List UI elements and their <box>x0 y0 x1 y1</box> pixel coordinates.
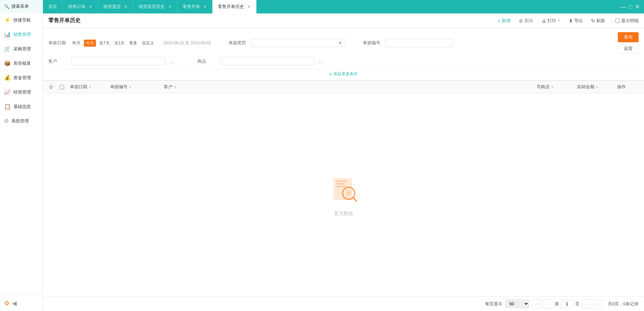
tab-retail-open-history-close[interactable]: ✕ <box>247 4 251 9</box>
col-date-header[interactable]: 单据日期 ⇅ <box>67 84 107 90</box>
print-icon: 🖨 <box>541 18 546 23</box>
select-all-input[interactable] <box>60 85 64 89</box>
tab-sales-return-history-label: 销货退货历史 <box>139 4 165 10</box>
show-detail-checkbox[interactable]: 显示明细 <box>615 18 639 24</box>
tab-bar-right: — □ ✕ <box>620 3 644 10</box>
export-label: 导出 <box>574 18 583 24</box>
window-maximize-button[interactable]: □ <box>629 3 632 10</box>
tab-sales-return-label: 销货退货 <box>103 4 121 10</box>
quick-nav-icon: ⚡ <box>4 17 11 23</box>
sidebar-item-label: 资金管理 <box>13 75 31 81</box>
customer-dots-button[interactable]: ... <box>169 59 173 64</box>
tab-retail-open-label: 零售开单 <box>183 4 200 10</box>
doc-type-filter-label: 单据类型 <box>229 40 249 46</box>
prev-page-button[interactable]: ‹ <box>543 299 552 309</box>
tab-sales-order-close[interactable]: ✕ <box>89 4 92 9</box>
doc-no-filter-label: 单据编号 <box>363 40 383 46</box>
sidebar-item-sys-mgmt[interactable]: ⚙ 系统管理 <box>0 114 43 128</box>
pagination-bar: 每页显示 50 100 200 « ‹ 第 页 › » <box>43 296 644 311</box>
col-sn-sort-icon: ⇅ <box>129 85 132 89</box>
page-number-input[interactable] <box>560 300 574 308</box>
tab-sales-return-history-close[interactable]: ✕ <box>168 4 171 9</box>
collapse-conditions-button[interactable]: ∧ 收起更多条件 <box>48 69 639 79</box>
filter-settings-button[interactable]: 设置 <box>618 44 639 54</box>
refresh-icon: ↻ <box>591 18 595 23</box>
tab-sales-return-close[interactable]: ✕ <box>124 4 128 9</box>
tab-retail-open-history-label: 零售开单历史 <box>218 4 244 10</box>
table-select-all-checkbox[interactable] <box>56 85 67 89</box>
date-today-btn[interactable]: 今天 <box>84 40 96 47</box>
first-page-button[interactable]: « <box>532 299 541 309</box>
tab-retail-open-history[interactable]: 零售开单历史 ✕ <box>212 0 256 13</box>
sidebar-item-label: 系统管理 <box>11 118 29 124</box>
empty-icon <box>327 173 360 207</box>
last-page-button[interactable]: » <box>593 299 602 309</box>
sidebar-item-operations[interactable]: 📈 经营管理 <box>0 85 43 99</box>
window-minimize-button[interactable]: — <box>620 3 626 10</box>
col-guide-header[interactable]: 导购员 ⇅ <box>534 84 574 90</box>
col-sn-header[interactable]: 单据编号 ⇅ <box>107 84 161 90</box>
svg-rect-1 <box>336 180 347 182</box>
date-custom-btn[interactable]: 自定义 <box>141 40 155 47</box>
refresh-button[interactable]: ↻ 刷新 <box>589 16 607 25</box>
col-date-label: 单据日期 <box>70 84 87 90</box>
date-1month-btn[interactable]: 近1月 <box>113 40 126 47</box>
next-page-button[interactable]: › <box>582 299 592 309</box>
sidebar-collapse-button[interactable]: ◀ <box>12 300 17 307</box>
query-button[interactable]: 查询 <box>618 32 639 42</box>
tab-retail-open[interactable]: 零售开单 ✕ <box>177 0 212 13</box>
col-amount-header[interactable]: 实销金额 ⇅ <box>574 84 614 90</box>
main-content: 首页 销售订单 ✕ 销货退货 ✕ 销货退货历史 ✕ 零售开单 ✕ 零售开单历史 … <box>43 0 644 311</box>
sidebar-item-label: 销售管理 <box>13 32 31 38</box>
export-button[interactable]: ⬆ 导出 <box>567 16 585 25</box>
export-icon: ⬆ <box>569 18 573 23</box>
tab-sales-return[interactable]: 销货退货 ✕ <box>98 0 133 13</box>
doc-type-arrow-icon: ▼ <box>338 41 342 45</box>
refresh-label: 刷新 <box>596 18 605 24</box>
tab-sales-return-history[interactable]: 销货退货历史 ✕ <box>133 0 177 13</box>
date-7days-btn[interactable]: 近7天 <box>98 40 111 47</box>
customer-input[interactable] <box>71 57 165 65</box>
tab-home[interactable]: 首页 <box>43 0 63 13</box>
page-nav: « ‹ <box>532 299 552 309</box>
sidebar-item-purchase-mgmt[interactable]: 🛒 采购管理 <box>0 42 43 56</box>
delete-button[interactable]: 🗑 删除 <box>516 16 535 25</box>
date-yesterday-btn[interactable]: 昨天 <box>71 40 82 47</box>
col-ops-header: 操作 <box>614 84 641 90</box>
add-button[interactable]: + 新增 <box>496 16 512 25</box>
col-customer-header[interactable]: 客户 ⇅ <box>161 84 534 90</box>
next-page-icon: › <box>586 301 587 306</box>
per-page-select[interactable]: 50 100 200 <box>505 300 529 308</box>
col-amount-label: 实销金额 <box>577 84 594 90</box>
sidebar-item-inventory[interactable]: 📦 库存核算 <box>0 56 43 70</box>
sidebar-item-base-info[interactable]: 📋 基础信息 <box>0 99 43 114</box>
sidebar-search[interactable]: 🔍 搜索采单 <box>0 0 43 13</box>
tab-sales-order[interactable]: 销售订单 ✕ <box>63 0 98 13</box>
col-customer-sort-icon: ⇅ <box>174 85 177 89</box>
tab-bar: 首页 销售订单 ✕ 销货退货 ✕ 销货退货历史 ✕ 零售开单 ✕ 零售开单历史 … <box>43 0 644 13</box>
sidebar-gear-button[interactable]: ⚙ <box>4 300 9 307</box>
customer-filter-label: 客户 <box>48 58 68 64</box>
window-close-button[interactable]: ✕ <box>635 3 640 10</box>
sidebar-item-quick-nav[interactable]: ⚡ 快捷导航 <box>0 13 43 27</box>
page-suffix: 页 <box>575 301 580 307</box>
total-info: 共0页，0条记录 <box>608 301 639 307</box>
col-ops-label: 操作 <box>617 84 626 90</box>
product-input[interactable] <box>220 57 314 65</box>
date-more-btn[interactable]: 更多 <box>128 40 139 47</box>
table-settings-icon[interactable]: ⚙ <box>46 84 56 90</box>
add-label: 新增 <box>502 18 510 24</box>
product-filter-label: 商品 <box>197 58 217 64</box>
empty-state: 暂无数据 <box>43 93 644 296</box>
print-button[interactable]: 🖨 打印 ▼ <box>539 16 563 25</box>
sidebar-item-sales-mgmt[interactable]: 📊 销售管理 <box>0 27 43 42</box>
product-dots-button[interactable]: ... <box>318 59 322 64</box>
tab-retail-open-close[interactable]: ✕ <box>203 4 207 9</box>
doc-no-input[interactable] <box>386 39 453 47</box>
col-guide-label: 导购员 <box>537 84 550 90</box>
finance-icon: 💰 <box>4 74 11 81</box>
doc-type-select[interactable]: ▼ <box>251 39 345 47</box>
sidebar-bottom: ⚙ ◀ <box>0 295 43 311</box>
sidebar-item-finance[interactable]: 💰 资金管理 <box>0 70 43 85</box>
show-detail-input[interactable] <box>615 18 620 23</box>
